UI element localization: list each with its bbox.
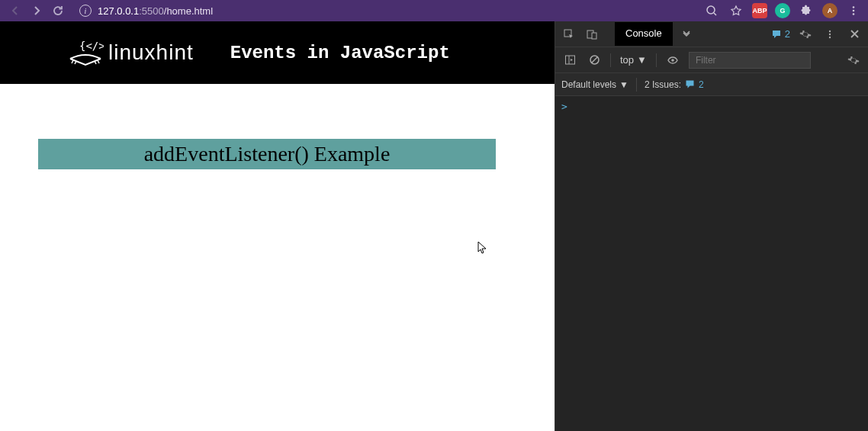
device-toolbar-icon[interactable] xyxy=(583,25,601,43)
page-title: Events in JavaScript xyxy=(230,43,450,63)
context-selector[interactable]: top ▼ xyxy=(619,54,648,66)
svg-point-15 xyxy=(829,36,831,37)
tab-console[interactable]: Console xyxy=(615,22,673,46)
toggle-sidebar-icon[interactable] xyxy=(561,52,578,69)
svg-line-8 xyxy=(98,60,99,63)
console-prompt: > xyxy=(561,101,567,112)
more-tabs-icon[interactable] xyxy=(677,25,696,43)
page-viewport: {</>} linuxhint Events in JavaScript add… xyxy=(0,21,555,431)
profile-avatar-icon[interactable]: A xyxy=(822,3,837,18)
svg-point-14 xyxy=(829,33,831,34)
console-settings-icon[interactable] xyxy=(845,52,862,69)
svg-line-9 xyxy=(95,61,96,64)
svg-line-6 xyxy=(72,60,73,63)
devtools-settings-icon[interactable] xyxy=(796,25,815,43)
site-info-icon[interactable]: i xyxy=(79,5,92,17)
devtools-tabs: Console 2 xyxy=(555,21,868,47)
logo-icon: {</>} xyxy=(67,37,104,68)
filter-input[interactable] xyxy=(689,52,811,69)
svg-rect-12 xyxy=(592,33,596,39)
url-text: 127.0.0.1:5500/home.html xyxy=(98,5,213,17)
back-button[interactable] xyxy=(6,2,24,20)
devtools-kebab-icon[interactable] xyxy=(821,25,839,43)
svg-point-2 xyxy=(853,6,855,8)
chevron-down-icon: ▼ xyxy=(637,54,647,66)
messages-count: 2 xyxy=(785,28,790,40)
live-expression-icon[interactable] xyxy=(664,52,681,69)
chevron-down-icon: ▼ xyxy=(619,79,628,90)
inspect-element-icon[interactable] xyxy=(560,25,578,43)
messages-badge[interactable]: 2 xyxy=(771,28,790,40)
console-toolbar: top ▼ xyxy=(555,47,868,73)
address-bar[interactable]: i 127.0.0.1:5500/home.html xyxy=(79,5,703,17)
svg-line-7 xyxy=(75,61,76,64)
extension-abp-icon[interactable]: ABP xyxy=(752,3,767,18)
page-header: {</>} linuxhint Events in JavaScript xyxy=(0,21,555,84)
example-heading[interactable]: addEventListener() Example xyxy=(38,139,496,169)
devtools-panel: Console 2 xyxy=(555,21,868,431)
svg-text:{</>}: {</>} xyxy=(79,40,104,52)
forward-button[interactable] xyxy=(27,2,46,20)
svg-line-19 xyxy=(591,57,597,63)
extension-grammarly-icon[interactable]: G xyxy=(775,3,790,18)
log-levels-selector[interactable]: Default levels ▼ xyxy=(561,79,628,90)
svg-point-3 xyxy=(853,10,855,12)
svg-rect-16 xyxy=(565,56,574,64)
logo-text: linuxhint xyxy=(108,40,194,65)
svg-point-0 xyxy=(707,6,715,14)
browser-toolbar: i 127.0.0.1:5500/home.html ABP G A xyxy=(0,0,868,21)
zoom-icon[interactable] xyxy=(703,2,720,19)
linuxhint-logo: {</>} linuxhint xyxy=(67,37,194,68)
clear-console-icon[interactable] xyxy=(586,52,603,69)
extensions-puzzle-icon[interactable] xyxy=(798,2,815,19)
svg-point-20 xyxy=(671,59,674,62)
bookmark-star-icon[interactable] xyxy=(728,2,744,19)
svg-line-1 xyxy=(714,13,716,15)
console-levels-bar: Default levels ▼ 2 Issues: 2 xyxy=(555,73,868,96)
kebab-menu-icon[interactable] xyxy=(845,2,862,19)
devtools-close-icon[interactable] xyxy=(845,25,863,43)
svg-point-4 xyxy=(853,13,855,15)
issues-badge[interactable]: 2 Issues: 2 xyxy=(645,79,704,90)
svg-point-13 xyxy=(829,30,831,31)
console-output[interactable]: > xyxy=(555,96,868,431)
reload-button[interactable] xyxy=(49,2,67,20)
